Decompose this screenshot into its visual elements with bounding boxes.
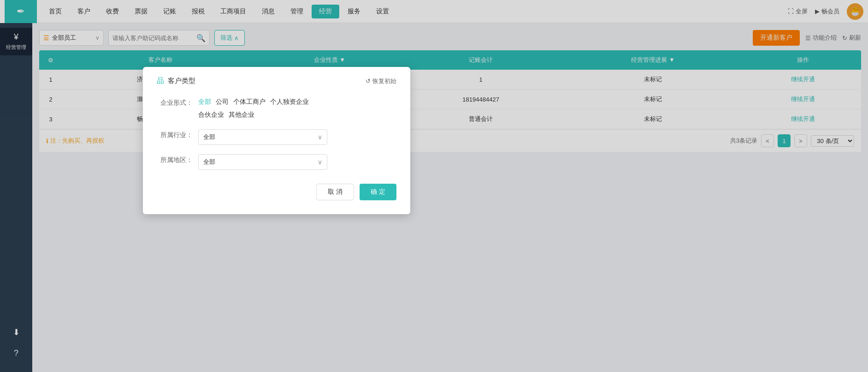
region-label: 所属地区： xyxy=(157,154,198,164)
industry-arrow-icon: ∨ xyxy=(318,133,322,141)
modal-title-icon: 品 xyxy=(157,76,164,86)
reset-button[interactable]: ↺ 恢复初始 xyxy=(366,77,396,85)
industry-value: 全部 xyxy=(203,133,215,141)
option-company[interactable]: 公司 xyxy=(216,97,229,107)
cancel-button[interactable]: 取 消 xyxy=(316,184,354,200)
enterprise-form-options-area: 全部 公司 个体工商户 个人独资企业 合伙企业 其他企业 xyxy=(198,97,396,120)
modal-title-area: 品 客户类型 xyxy=(157,76,195,86)
enterprise-form-row: 企业形式： 全部 公司 个体工商户 个人独资企业 合伙企业 其他企业 xyxy=(157,97,396,120)
reset-icon: ↺ xyxy=(366,78,371,84)
modal-title: 客户类型 xyxy=(168,77,195,85)
filter-modal: 品 客户类型 ↺ 恢复初始 企业形式： 全部 公司 个体工商户 个人独资企业 合… xyxy=(143,67,410,214)
modal-header: 品 客户类型 ↺ 恢复初始 xyxy=(157,76,396,86)
region-row: 所属地区： 全部 ∨ xyxy=(157,154,396,170)
industry-label: 所属行业： xyxy=(157,129,198,139)
enterprise-form-label: 企业形式： xyxy=(157,97,198,107)
region-arrow-icon: ∨ xyxy=(318,158,322,166)
industry-select[interactable]: 全部 ∨ xyxy=(198,129,327,145)
option-sole[interactable]: 个人独资企业 xyxy=(270,97,309,107)
region-select[interactable]: 全部 ∨ xyxy=(198,154,327,170)
reset-label: 恢复初始 xyxy=(372,77,396,85)
enterprise-form-options: 全部 公司 个体工商户 个人独资企业 xyxy=(198,97,396,107)
option-individual[interactable]: 个体工商户 xyxy=(233,97,266,107)
enterprise-form-options-row2: 合伙企业 其他企业 xyxy=(198,110,396,120)
modal-overlay: 品 客户类型 ↺ 恢复初始 企业形式： 全部 公司 个体工商户 个人独资企业 合… xyxy=(0,0,868,372)
industry-row: 所属行业： 全部 ∨ xyxy=(157,129,396,145)
modal-footer: 取 消 确 定 xyxy=(157,184,396,200)
option-all[interactable]: 全部 xyxy=(198,97,211,107)
option-partnership[interactable]: 合伙企业 xyxy=(198,110,224,120)
region-value: 全部 xyxy=(203,158,215,166)
confirm-button[interactable]: 确 定 xyxy=(360,184,396,200)
option-other[interactable]: 其他企业 xyxy=(229,110,254,120)
